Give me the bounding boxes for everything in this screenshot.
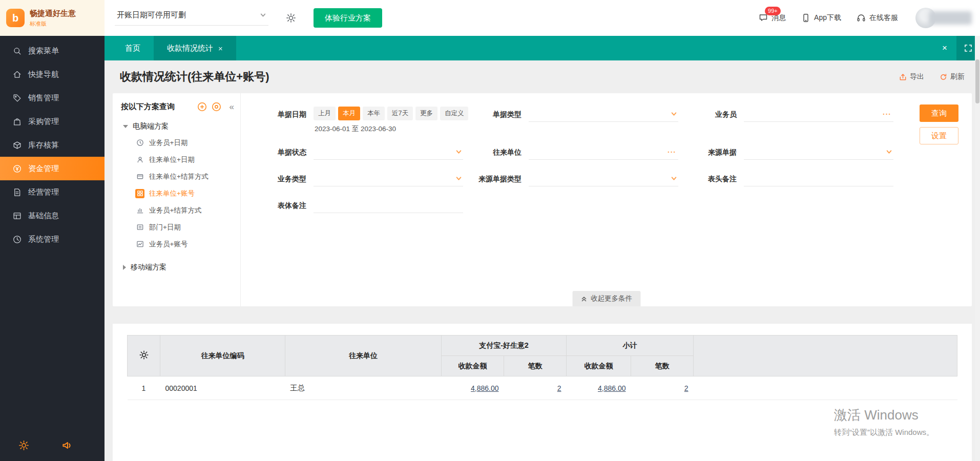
sidebar-item-operations[interactable]: 经营管理	[0, 180, 105, 204]
column-header-amount[interactable]: 收款金额	[567, 356, 631, 376]
account-set-select[interactable]: 开账日期可停用可删	[115, 10, 268, 26]
collapse-more-filters-button[interactable]: 收起更多条件	[572, 291, 640, 306]
cell-subtotal-count-link[interactable]: 2	[684, 384, 689, 392]
tab-label: 收款情况统计	[167, 44, 213, 53]
sidebar-item-sales[interactable]: 销售管理	[0, 86, 105, 110]
partner-picker[interactable]: ···	[529, 144, 678, 160]
scheme-group-mobile[interactable]: 移动端方案	[123, 263, 234, 272]
date-option-custom[interactable]: 自定义	[440, 107, 469, 120]
page-header-actions: 导出 刷新	[899, 72, 965, 81]
date-range-text[interactable]: 2023-06-01 至 2023-06-30	[314, 124, 468, 134]
column-header-amount[interactable]: 收款金额	[442, 356, 504, 376]
doc-type-select[interactable]	[529, 107, 678, 122]
salesman-picker[interactable]: ···	[744, 107, 893, 122]
scheme-header-icons: «	[197, 101, 234, 112]
sidebar-footer	[0, 440, 105, 461]
biz-type-select[interactable]	[314, 171, 463, 186]
column-header-count[interactable]: 笔数	[631, 356, 694, 376]
collapse-panel-icon[interactable]: «	[230, 102, 234, 111]
field-doc-type: 单据类型	[473, 107, 678, 122]
brand-logo[interactable]: b 畅捷通好生意 标准版	[0, 0, 105, 36]
column-header-count[interactable]: 笔数	[504, 356, 567, 376]
column-group-alipay[interactable]: 支付宝-好生意2	[442, 336, 567, 356]
column-header-partner-code[interactable]: 往来单位编码	[160, 336, 285, 376]
sidebar-item-purchase[interactable]: 采购管理	[0, 110, 105, 133]
chevron-down-icon[interactable]	[455, 175, 463, 182]
cell-filler	[694, 376, 957, 400]
online-service-label: 在线客服	[869, 13, 898, 23]
target-icon	[212, 102, 221, 112]
body-note-input[interactable]	[314, 198, 463, 213]
close-all-tabs-button[interactable]: ×	[933, 36, 956, 60]
cell-subtotal-amount-link[interactable]: 4,886.00	[598, 384, 626, 392]
chevron-down-icon[interactable]	[671, 111, 678, 117]
scheme-item-salesman-account[interactable]: 业务员+账号	[121, 236, 234, 253]
date-option-this-month[interactable]: 本月	[338, 107, 360, 120]
settings-button[interactable]: 设置	[920, 127, 958, 144]
chevron-down-icon[interactable]	[455, 149, 463, 155]
scheme-item-salesman-settlement[interactable]: 业务员+结算方式	[121, 202, 234, 219]
cell-alipay-amount-link[interactable]: 4,886.00	[471, 384, 499, 392]
scheme-item-dept-date[interactable]: 部门+日期	[121, 219, 234, 236]
refresh-button[interactable]: 刷新	[940, 72, 965, 81]
headset-icon	[857, 13, 866, 23]
scheme-item-partner-account[interactable]: 往来单位+账号	[121, 185, 234, 202]
date-option-7days[interactable]: 近7天	[387, 107, 413, 120]
sidebar-item-search-menu[interactable]: 搜索菜单	[0, 39, 105, 62]
sidebar-item-funds[interactable]: 资金管理	[0, 157, 105, 180]
ellipsis-icon[interactable]: ···	[883, 110, 893, 118]
locate-scheme-button[interactable]	[212, 101, 222, 112]
scheme-item-partner-date[interactable]: 往来单位+日期	[121, 151, 234, 168]
column-header-partner[interactable]: 往来单位	[285, 336, 442, 376]
scheme-title: 按以下方案查询	[121, 102, 175, 112]
tab-receipt-statistics[interactable]: 收款情况统计 ×	[154, 36, 236, 60]
column-settings-button[interactable]	[128, 336, 160, 376]
scrollbar-thumb[interactable]	[975, 59, 979, 103]
export-label: 导出	[910, 72, 924, 81]
sidebar-item-system[interactable]: 系统管理	[0, 227, 105, 251]
user-account[interactable]	[915, 8, 972, 28]
field-biz-type: 业务类型	[258, 171, 463, 186]
tab-home[interactable]: 首页	[112, 36, 154, 60]
settings-gear-button[interactable]	[286, 13, 296, 23]
scheme-item-salesman-date[interactable]: 业务员+日期	[121, 134, 234, 151]
messages-button[interactable]: 99+ 消息	[759, 13, 786, 23]
sidebar-item-base-info[interactable]: 基础信息	[0, 204, 105, 227]
brand-logo-icon: b	[6, 9, 25, 27]
field-doc-date: 单据日期 上月 本月 本年 近7天 更多 自定义 20	[258, 107, 463, 133]
online-service-button[interactable]: 在线客服	[857, 13, 898, 23]
field-header-note: 表头备注	[689, 171, 893, 186]
vertical-scrollbar[interactable]	[975, 36, 980, 461]
export-button[interactable]: 导出	[899, 72, 924, 81]
cell-alipay-count-link[interactable]: 2	[557, 384, 561, 392]
source-doc-select[interactable]	[744, 144, 893, 160]
source-doc-type-select[interactable]	[529, 171, 678, 186]
app-download-button[interactable]: App下载	[801, 13, 841, 23]
gear-icon[interactable]	[18, 440, 29, 451]
scheme-item-partner-settlement[interactable]: 往来单位+结算方式	[121, 168, 234, 185]
query-button[interactable]: 查询	[920, 104, 958, 122]
column-group-subtotal[interactable]: 小计	[567, 336, 694, 356]
scheme-group-pc[interactable]: 电脑端方案	[123, 122, 234, 131]
speaker-icon[interactable]	[61, 440, 72, 451]
date-option-this-year[interactable]: 本年	[363, 107, 385, 120]
chevron-down-icon[interactable]	[671, 175, 678, 182]
trial-industry-button[interactable]: 体验行业方案	[314, 8, 382, 28]
scheme-header: 按以下方案查询 «	[121, 101, 234, 112]
sidebar-item-label: 基础信息	[28, 211, 59, 221]
chevron-down-icon[interactable]	[886, 149, 893, 155]
sidebar-item-inventory[interactable]: 库存核算	[0, 133, 105, 157]
collapse-label: 收起更多条件	[591, 294, 632, 303]
add-scheme-button[interactable]	[197, 101, 207, 112]
field-source-doc-type: 来源单据类型	[473, 171, 678, 186]
date-option-last-month[interactable]: 上月	[314, 107, 336, 120]
ellipsis-icon[interactable]: ···	[668, 148, 678, 156]
sidebar-item-quick-nav[interactable]: 快捷导航	[0, 62, 105, 86]
doc-status-select[interactable]	[314, 144, 463, 160]
date-option-more[interactable]: 更多	[415, 107, 437, 120]
brand-edition: 标准版	[30, 20, 76, 28]
header-note-input[interactable]	[744, 171, 893, 186]
tab-close-icon[interactable]: ×	[218, 44, 223, 53]
scheme-item-label: 往来单位+结算方式	[149, 172, 208, 181]
app-window: b 畅捷通好生意 标准版 搜索菜单 快捷导航 销售管理 采购管理	[0, 0, 980, 461]
